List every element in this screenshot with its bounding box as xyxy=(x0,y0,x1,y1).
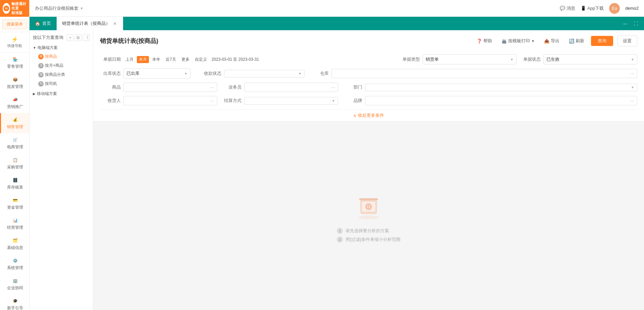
filter-docstatus-select[interactable]: 已生效 ▼ xyxy=(543,54,637,64)
filter-label-date: 单据日期 xyxy=(100,56,123,62)
filter-recipient-select[interactable]: ··· xyxy=(123,96,217,105)
docstatus-chevron-icon: ▼ xyxy=(631,58,634,61)
main-area: 办公用品行业模拟账套 ▼ 💬 消息 📱 App下载 Ea demo2 🏠 首页 … xyxy=(30,0,644,310)
filter-label-dept: 部门 xyxy=(338,84,365,90)
sales-icon: 💰 xyxy=(12,116,18,123)
sidebar-search[interactable]: 搜索菜单 xyxy=(0,17,29,32)
collapse-bar[interactable]: ∧ 收起更多条件 xyxy=(100,109,637,121)
date-tab-more[interactable]: 更多 xyxy=(179,56,192,63)
empty-state-icon xyxy=(352,189,385,222)
refresh-button[interactable]: 🔄 刷新 xyxy=(566,37,587,45)
group-pc: ▼ 电脑端方案 商 按商品 月 按月+商品 类 按商品分类 xyxy=(30,44,93,88)
lp-settings-button[interactable]: ⚙ xyxy=(75,34,82,41)
sidebar-item-inventory[interactable]: 🗄️ 库存核算 xyxy=(0,173,29,194)
help-button[interactable]: ❓ 帮助 xyxy=(474,37,495,45)
print-button[interactable]: 🖨️ 按模板打印 ▼ xyxy=(499,37,537,45)
sidebar-item-ops[interactable]: 📊 经营管理 xyxy=(0,214,29,234)
filter-salesperson-select[interactable]: ··· xyxy=(244,83,338,92)
tip-num-1: 1 xyxy=(337,228,343,234)
filter-storage-select[interactable]: 已出库 ▼ xyxy=(123,68,191,79)
left-panel-actions: ＋ ⚙ 《 xyxy=(67,34,90,41)
wholesale-icon: 📦 xyxy=(12,76,18,83)
sidebar-item-finance[interactable]: 💳 资金管理 xyxy=(0,194,29,214)
lp-item-by-clerk[interactable]: 司 按司机 xyxy=(35,79,93,88)
query-button[interactable]: 查询 xyxy=(591,36,613,46)
filter-label-payment-method: 结算方式 xyxy=(217,98,244,104)
doctype-chevron-icon: ▼ xyxy=(510,58,514,61)
lp-item-by-product[interactable]: 商 按商品 xyxy=(35,52,93,61)
storage-chevron-icon: ▼ xyxy=(184,72,187,75)
recipient-dots-icon[interactable]: ··· xyxy=(210,98,214,103)
sidebar-item-sales[interactable]: 💰 销售管理 xyxy=(0,113,29,133)
filter-payment-method-control: ▼ xyxy=(244,97,338,105)
message-button[interactable]: 💬 消息 xyxy=(560,5,575,11)
filter-docstatus-control: 已生效 ▼ xyxy=(543,54,637,64)
tip-text-1: 请先选择要分析的方案 xyxy=(345,228,389,234)
sidebar-item-purchase[interactable]: 📋 采购管理 xyxy=(0,153,29,173)
sidebar-item-basic[interactable]: 🗂️ 基础信息 xyxy=(0,234,29,254)
username-label[interactable]: demo2 xyxy=(625,6,639,11)
warehouse-dots-icon[interactable]: ··· xyxy=(630,71,634,76)
date-tab-last-month[interactable]: 上月 xyxy=(123,56,136,63)
date-tab-this-month[interactable]: 本月 xyxy=(137,56,149,63)
filter-dept-control: ▼ xyxy=(365,84,637,91)
content-area: 按以下方案查询 ＋ ⚙ 《 ▼ 电脑端方案 商 按商品 xyxy=(30,30,644,310)
print-chevron-icon: ▼ xyxy=(531,39,535,43)
purchase-icon: 📋 xyxy=(12,157,18,163)
enterprise-icon: 🏢 xyxy=(12,277,18,284)
lp-item-by-category[interactable]: 类 按商品分类 xyxy=(35,70,93,79)
date-tab-custom[interactable]: 自定义 xyxy=(193,56,209,63)
sidebar-item-system[interactable]: ⚙️ 系统管理 xyxy=(0,254,29,274)
filter-product-select[interactable]: ··· xyxy=(123,83,217,92)
download-icon: 📱 xyxy=(581,6,586,11)
filter-product-control: ··· xyxy=(123,83,217,92)
lp-collapse-button[interactable]: 《 xyxy=(83,34,90,41)
filter-dept-select[interactable]: ▼ xyxy=(365,84,637,91)
tab-home[interactable]: 🏠 首页 xyxy=(30,17,57,30)
search-menu-button[interactable]: 搜索菜单 xyxy=(2,19,27,29)
svg-rect-4 xyxy=(359,198,378,200)
lp-add-button[interactable]: ＋ xyxy=(67,34,73,41)
page-title-row: 销货单统计表(按商品) ❓ 帮助 🖨️ 按模板打印 ▼ 📤 xyxy=(100,36,637,50)
sidebar-item-enterprise[interactable]: 🏢 企业协同 xyxy=(0,274,29,294)
industry-selector[interactable]: 办公用品行业模拟账套 ▼ xyxy=(35,5,84,11)
lp-item-by-month-product[interactable]: 月 按月+商品 xyxy=(35,61,93,70)
left-panel: 按以下方案查询 ＋ ⚙ 《 ▼ 电脑端方案 商 按商品 xyxy=(30,30,93,310)
product-dots-icon[interactable]: ··· xyxy=(210,85,214,90)
sidebar-item-wholesale[interactable]: 📦 批发管理 xyxy=(0,73,29,93)
filter-warehouse-select[interactable]: ··· xyxy=(331,69,637,78)
tab-close-button[interactable]: ✕ xyxy=(112,21,117,26)
settings-button[interactable]: 设置 xyxy=(617,36,637,46)
right-panel: 销货单统计表(按商品) ❓ 帮助 🖨️ 按模板打印 ▼ 📤 xyxy=(93,30,644,310)
group-mobile-header[interactable]: ▶ 移动端方案 xyxy=(30,90,93,98)
ecommerce-icon: 🛒 xyxy=(12,137,18,143)
by-clerk-icon: 司 xyxy=(38,81,44,87)
salesperson-dots-icon[interactable]: ··· xyxy=(331,85,335,90)
date-range: 2023-03-01 至 2023-03-31 xyxy=(212,57,259,62)
left-panel-header: 按以下方案查询 ＋ ⚙ 《 xyxy=(30,33,93,44)
tabbar-actions: — ⛶ xyxy=(617,19,644,28)
by-product-icon: 商 xyxy=(38,54,44,59)
tab-sales-stat[interactable]: 销货单统计表（按商品） ✕ xyxy=(57,17,123,30)
date-tab-last-7days[interactable]: 近7天 xyxy=(164,56,178,63)
user-avatar[interactable]: Ea xyxy=(609,3,620,14)
tab-minimize-button[interactable]: — xyxy=(621,19,629,28)
filter-doctype-select[interactable]: 销货单 ▼ xyxy=(423,54,517,64)
date-tab-this-year[interactable]: 本年 xyxy=(150,56,162,63)
right-panel-header: 销货单统计表(按商品) ❓ 帮助 🖨️ 按模板打印 ▼ 📤 xyxy=(93,30,644,121)
sidebar-nav-quick[interactable]: ⚡ 快捷导航 xyxy=(0,34,29,50)
tab-maximize-button[interactable]: ⛶ xyxy=(632,19,640,28)
group-pc-header[interactable]: ▼ 电脑端方案 xyxy=(30,44,93,52)
filter-payment-status-select[interactable]: ▼ xyxy=(224,70,305,78)
sidebar-item-ecommerce[interactable]: 🛒 电商管理 xyxy=(0,133,29,153)
svg-point-0 xyxy=(359,215,379,219)
filter-payment-method-select[interactable]: ▼ xyxy=(244,97,338,105)
export-button[interactable]: 📤 导出 xyxy=(541,37,562,45)
sidebar-item-marketing[interactable]: 📣 营销推广 xyxy=(0,93,29,113)
sidebar-item-guide[interactable]: 🎓 新手引导 xyxy=(0,294,29,310)
chevron-down-icon: ▼ xyxy=(80,6,84,10)
brand-dots-icon[interactable]: ··· xyxy=(630,98,634,103)
app-download-button[interactable]: 📱 App下载 xyxy=(581,5,604,11)
sidebar-item-retail[interactable]: 🏪 零售管理 xyxy=(0,53,29,73)
filter-brand-select[interactable]: ··· xyxy=(365,96,637,105)
